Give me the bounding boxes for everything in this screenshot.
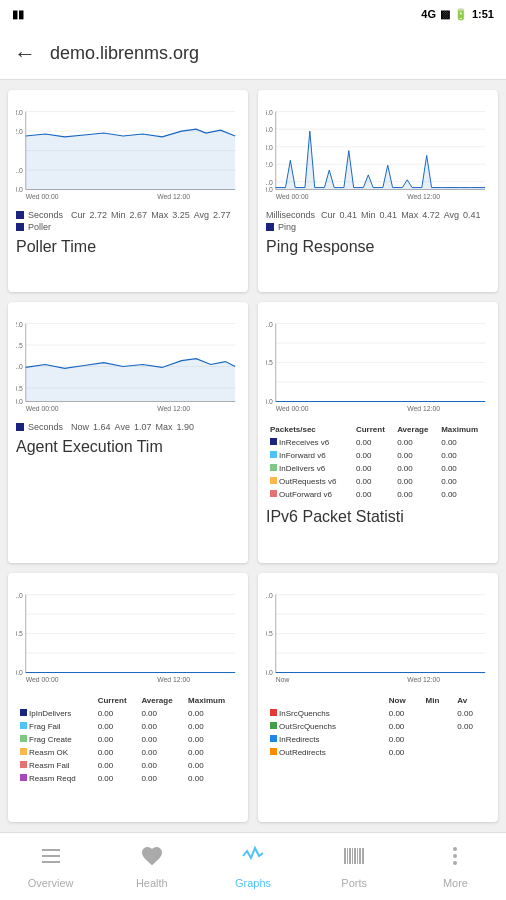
svg-text:3.0: 3.0 <box>16 109 23 116</box>
network-type: 4G <box>421 8 436 20</box>
ping-stat-min: 0.41 <box>380 210 398 220</box>
nav-overview[interactable]: Overview <box>0 844 101 889</box>
svg-text:2.0: 2.0 <box>16 128 23 135</box>
legend-min-label: Min <box>111 210 126 220</box>
table-row: InSrcQuenchs0.000.00 <box>268 708 488 719</box>
status-right: 4G ▩ 🔋 1:51 <box>421 8 494 21</box>
legend-max-label: Max <box>151 210 168 220</box>
nav-overview-label: Overview <box>28 877 74 889</box>
svg-text:0.0: 0.0 <box>16 669 23 676</box>
svg-text:1.0: 1.0 <box>266 179 273 186</box>
page-title: demo.librenms.org <box>50 43 199 64</box>
svg-text:0.5: 0.5 <box>16 630 23 637</box>
card-title-agent: Agent Execution Tim <box>16 438 240 456</box>
nav-health[interactable]: Health <box>101 844 202 889</box>
top-bar: ← demo.librenms.org <box>0 28 506 80</box>
chart-ip-frag: 1.0 0.5 0.0 Wed 00:00 Wed 12:00 <box>16 581 240 691</box>
card-ip-out: 1.0 0.5 0.0 Now Wed 12:00 NowMinAv InSrc… <box>258 573 498 822</box>
legend-cur-val: 2.72 <box>90 210 108 220</box>
svg-text:Wed 12:00: Wed 12:00 <box>157 406 190 413</box>
card-poller-time: 3.0 2.0 1.0 0.0 Wed 00:00 Wed 12:00 Seco… <box>8 90 248 292</box>
table-row: Frag Fail0.000.000.00 <box>18 721 238 732</box>
card-title-ping: Ping Response <box>266 238 490 256</box>
card-ipv6: 1.0 0.5 0.0 Wed 00:00 Wed 12:00 Packets/… <box>258 302 498 562</box>
legend-ping-row2: Ping <box>266 222 490 232</box>
svg-point-90 <box>453 861 457 865</box>
agent-color <box>16 423 24 431</box>
svg-text:Wed 00:00: Wed 00:00 <box>26 193 59 200</box>
card-ping-response: 5.0 4.0 3.0 2.0 1.0 0.0 Wed 00:00 Wed 12… <box>258 90 498 292</box>
svg-text:1.0: 1.0 <box>266 321 273 328</box>
svg-text:4.0: 4.0 <box>266 126 273 133</box>
chart-poller-time: 3.0 2.0 1.0 0.0 Wed 00:00 Wed 12:00 <box>16 98 240 208</box>
legend-max-val: 3.25 <box>172 210 190 220</box>
ping-stat-cur-lbl: Cur <box>321 210 336 220</box>
legend-poller-row2: Poller <box>16 222 240 232</box>
ping-stat-max-lbl: Max <box>401 210 418 220</box>
nav-more[interactable]: More <box>405 844 506 889</box>
nav-ports-label: Ports <box>341 877 367 889</box>
agent-max-val: 1.90 <box>176 422 194 432</box>
svg-text:Wed 00:00: Wed 00:00 <box>26 676 59 683</box>
legend-agent: Seconds Now 1.64 Ave 1.07 Max 1.90 <box>16 422 240 432</box>
battery-icon: 🔋 <box>454 8 468 21</box>
agent-max-lbl: Max <box>155 422 172 432</box>
ping-stat-label: Milliseconds <box>266 210 315 220</box>
svg-rect-79 <box>42 861 60 863</box>
svg-rect-83 <box>352 848 353 864</box>
svg-rect-86 <box>359 848 361 864</box>
legend-ping: Milliseconds Cur 0.41 Min 0.41 Max 4.72 … <box>266 210 490 220</box>
svg-rect-80 <box>344 848 346 864</box>
back-button[interactable]: ← <box>14 41 36 67</box>
agent-seconds-lbl: Seconds <box>28 422 63 432</box>
frag-stats-table: CurrentAverageMaximum IpInDelivers0.000.… <box>16 693 240 786</box>
nav-ports[interactable]: Ports <box>304 844 405 889</box>
svg-text:1.0: 1.0 <box>266 591 273 598</box>
legend-min-val: 2.67 <box>130 210 148 220</box>
ping-stat-max: 4.72 <box>422 210 440 220</box>
table-row: Reasm Reqd0.000.000.00 <box>18 773 238 784</box>
ping-color <box>266 223 274 231</box>
ping-label: Ping <box>278 222 296 232</box>
svg-text:0.0: 0.0 <box>266 186 273 193</box>
nav-graphs[interactable]: Graphs <box>202 844 303 889</box>
svg-text:Wed 00:00: Wed 00:00 <box>276 406 309 413</box>
table-row: OutRequests v60.000.000.00 <box>268 476 488 487</box>
svg-text:2.0: 2.0 <box>266 161 273 168</box>
card-agent-execution: 2.0 1.5 1.0 0.5 0.0 Wed 00:00 Wed 12:00 … <box>8 302 248 562</box>
ping-stat-cur: 0.41 <box>340 210 358 220</box>
more-vert-icon <box>443 844 467 874</box>
svg-text:0.0: 0.0 <box>266 399 273 406</box>
menu-icon <box>39 844 63 874</box>
nav-health-label: Health <box>136 877 168 889</box>
svg-rect-77 <box>42 849 60 851</box>
svg-rect-78 <box>42 855 60 857</box>
agent-ave-val: 1.07 <box>134 422 152 432</box>
svg-text:Wed 12:00: Wed 12:00 <box>407 406 440 413</box>
table-row: OutRedirects0.00 <box>268 747 488 758</box>
svg-text:1.0: 1.0 <box>16 167 23 174</box>
heart-icon <box>140 844 164 874</box>
table-row: Reasm OK0.000.000.00 <box>18 747 238 758</box>
bottom-nav: Overview Health Graphs Ports <box>0 832 506 900</box>
card-title-ipv6: IPv6 Packet Statisti <box>266 508 490 526</box>
svg-rect-87 <box>362 848 364 864</box>
card-ip-frag: 1.0 0.5 0.0 Wed 00:00 Wed 12:00 CurrentA… <box>8 573 248 822</box>
svg-text:0.5: 0.5 <box>266 360 273 367</box>
legend-cur-label: Cur <box>71 210 86 220</box>
agent-now-val: 1.64 <box>93 422 111 432</box>
svg-rect-84 <box>354 848 356 864</box>
svg-point-89 <box>453 854 457 858</box>
svg-rect-85 <box>357 848 358 864</box>
nav-graphs-label: Graphs <box>235 877 271 889</box>
ping-stat-avg: 0.41 <box>463 210 481 220</box>
svg-text:5.0: 5.0 <box>266 109 273 116</box>
table-row: InReceives v60.000.000.00 <box>268 437 488 448</box>
svg-text:Wed 00:00: Wed 00:00 <box>26 406 59 413</box>
table-row: Reasm Fail0.000.000.00 <box>18 760 238 771</box>
svg-point-88 <box>453 847 457 851</box>
chart-ipv6: 1.0 0.5 0.0 Wed 00:00 Wed 12:00 <box>266 310 490 420</box>
table-row: InRedirects0.00 <box>268 734 488 745</box>
status-bar: ▮▮ 4G ▩ 🔋 1:51 <box>0 0 506 28</box>
legend-avg-label: Avg <box>194 210 209 220</box>
